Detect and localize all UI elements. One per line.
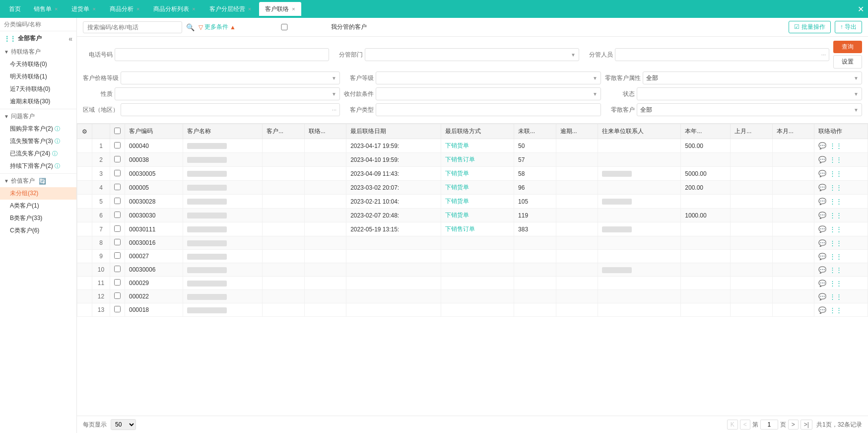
- row-checkbox[interactable]: [114, 170, 121, 176]
- retail-attr-select[interactable]: 全部 ▼: [643, 72, 862, 84]
- chat-action-icon[interactable]: 💬: [818, 156, 826, 163]
- row-last-type-cell[interactable]: 下销售订单: [441, 222, 514, 236]
- chat-action-icon[interactable]: 💬: [818, 184, 826, 191]
- settings-icon[interactable]: ⚙: [82, 128, 87, 135]
- reset-button[interactable]: 设置: [833, 55, 862, 69]
- grid-action-icon[interactable]: ⋮⋮: [829, 266, 842, 274]
- dept-select[interactable]: ▼: [365, 48, 579, 61]
- col-settings[interactable]: ⚙: [77, 124, 92, 139]
- col-type[interactable]: 客户...: [263, 124, 304, 139]
- row-last-type-cell[interactable]: [441, 303, 514, 317]
- col-last-type[interactable]: 最后联络方式: [441, 124, 514, 139]
- row-checkbox[interactable]: [114, 225, 121, 232]
- row-last-type-cell[interactable]: 下销货单: [441, 209, 514, 222]
- row-last-type-cell[interactable]: [441, 277, 514, 290]
- chat-action-icon[interactable]: 💬: [818, 198, 826, 205]
- region-select[interactable]: ···: [121, 103, 340, 116]
- row-last-type-cell[interactable]: 下销货单: [441, 195, 514, 209]
- customer-level-select[interactable]: ▼: [376, 72, 601, 84]
- col-this-month[interactable]: 本月...: [772, 124, 814, 139]
- row-check-cell[interactable]: [110, 195, 125, 209]
- row-check-cell[interactable]: [110, 139, 125, 153]
- row-check-cell[interactable]: [110, 153, 125, 167]
- row-checkbox[interactable]: [114, 252, 121, 259]
- row-checkbox[interactable]: [114, 279, 121, 286]
- payment-select[interactable]: ▼: [376, 87, 601, 100]
- grid-action-icon[interactable]: ⋮⋮: [829, 142, 842, 149]
- query-button[interactable]: 查询: [833, 41, 862, 53]
- prev-page-button[interactable]: <: [740, 420, 750, 430]
- row-check-cell[interactable]: [110, 222, 125, 236]
- chat-action-icon[interactable]: 💬: [818, 306, 826, 314]
- page-size-select[interactable]: 50 20 100: [111, 419, 136, 430]
- grid-action-icon[interactable]: ⋮⋮: [829, 170, 842, 177]
- collapse-icon[interactable]: «: [68, 35, 72, 43]
- row-check-cell[interactable]: [110, 167, 125, 181]
- row-check-cell[interactable]: [110, 209, 125, 222]
- col-code[interactable]: 客户编码: [125, 124, 183, 139]
- tab-sales-close[interactable]: ×: [55, 6, 58, 12]
- col-check[interactable]: [110, 124, 125, 139]
- row-checkbox[interactable]: [114, 292, 121, 299]
- row-checkbox[interactable]: [114, 156, 121, 162]
- col-unit-contact[interactable]: 往来单位联系人: [598, 124, 681, 139]
- row-last-type-cell[interactable]: [441, 263, 514, 277]
- phone-input[interactable]: [115, 48, 329, 61]
- chat-action-icon[interactable]: 💬: [818, 212, 826, 219]
- sidebar-item-class-b[interactable]: B类客户(33): [0, 212, 76, 224]
- row-last-type-cell[interactable]: [441, 290, 514, 303]
- search-input[interactable]: [83, 21, 182, 33]
- tab-purchase[interactable]: 进货单 ×: [66, 2, 101, 16]
- tab-home[interactable]: 首页: [4, 2, 26, 16]
- tab-product-analysis-close[interactable]: ×: [136, 6, 139, 12]
- tab-product-analysis-list-close[interactable]: ×: [192, 6, 195, 12]
- col-last-date[interactable]: 最后联络日期: [346, 124, 441, 139]
- row-checkbox[interactable]: [114, 142, 121, 148]
- grid-action-icon[interactable]: ⋮⋮: [829, 280, 842, 287]
- nature-select[interactable]: ▼: [115, 87, 340, 100]
- chat-action-icon[interactable]: 💬: [818, 142, 826, 149]
- col-last-month[interactable]: 上月...: [731, 124, 772, 139]
- tab-purchase-close[interactable]: ×: [92, 6, 95, 12]
- last-page-button[interactable]: >|: [801, 420, 812, 430]
- tab-customer-segment[interactable]: 客户分层经营 ×: [203, 2, 257, 16]
- tab-product-analysis-list[interactable]: 商品分析列表 ×: [147, 2, 201, 16]
- col-name[interactable]: 客户名称: [183, 124, 263, 139]
- row-checkbox[interactable]: [114, 198, 121, 204]
- row-last-type-cell[interactable]: [441, 236, 514, 250]
- tab-sales[interactable]: 销售单 ×: [28, 2, 64, 16]
- sidebar-group-value[interactable]: ▼ 价值客户 🔄: [0, 175, 76, 187]
- price-level-select[interactable]: ▼: [121, 72, 340, 84]
- window-close-button[interactable]: ✕: [858, 4, 864, 14]
- grid-action-icon[interactable]: ⋮⋮: [829, 212, 842, 219]
- sidebar-item-class-c[interactable]: C类客户(6): [0, 224, 76, 237]
- sidebar-item-churn-warning[interactable]: 流失预警客户(3) ⓘ: [0, 135, 76, 147]
- grid-action-icon[interactable]: ⋮⋮: [829, 293, 842, 300]
- grid-action-icon[interactable]: ⋮⋮: [829, 184, 842, 191]
- row-check-cell[interactable]: [110, 263, 125, 277]
- row-check-cell[interactable]: [110, 303, 125, 317]
- sidebar-group-pending[interactable]: ▼ 待联络客户: [0, 46, 76, 58]
- grid-action-icon[interactable]: ⋮⋮: [829, 306, 842, 314]
- grid-action-icon[interactable]: ⋮⋮: [829, 198, 842, 205]
- more-conditions-button[interactable]: ▽ 更多条件 ▲: [199, 23, 236, 31]
- col-contact[interactable]: 联络...: [304, 124, 346, 139]
- sidebar-item-churned[interactable]: 已流失客户(24) ⓘ: [0, 147, 76, 160]
- sidebar-item-class-a[interactable]: A类客户(1): [0, 200, 76, 212]
- sidebar-item-tomorrow[interactable]: 明天待联络(1): [0, 71, 76, 83]
- tab-product-analysis[interactable]: 商品分析 ×: [104, 2, 145, 16]
- row-last-type-cell[interactable]: 下销货单: [441, 139, 514, 153]
- tab-customer-contact-close[interactable]: ×: [292, 6, 295, 12]
- retail-customer-select[interactable]: 全部 ▼: [637, 103, 862, 116]
- row-checkbox[interactable]: [114, 266, 121, 272]
- row-last-type-cell[interactable]: 下销售订单: [441, 153, 514, 167]
- sidebar-item-declining[interactable]: 持续下滑客户(2) ⓘ: [0, 160, 76, 172]
- chat-action-icon[interactable]: 💬: [818, 239, 826, 247]
- grid-action-icon[interactable]: ⋮⋮: [829, 225, 842, 233]
- sidebar-item-ungrouped[interactable]: 未分组(32): [0, 187, 76, 200]
- sidebar-group-problem[interactable]: ▼ 问题客户: [0, 110, 76, 123]
- row-checkbox[interactable]: [114, 184, 121, 190]
- chat-action-icon[interactable]: 💬: [818, 253, 826, 260]
- row-last-type-cell[interactable]: 下销货单: [441, 181, 514, 195]
- manager-select[interactable]: ···: [615, 48, 829, 61]
